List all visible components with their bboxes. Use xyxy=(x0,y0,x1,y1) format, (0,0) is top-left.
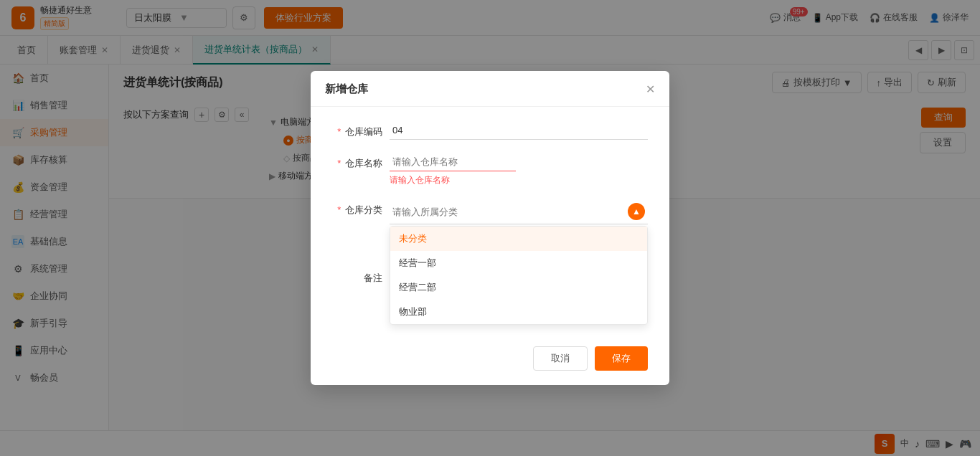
category-wrapper: ▲ 未分类 经营一部 经营二部 物业部 xyxy=(390,199,648,224)
dialog-footer: 取消 保存 xyxy=(311,338,669,385)
category-label: * 仓库分类 xyxy=(332,199,390,217)
name-input-row: * 仓库名称 xyxy=(332,153,516,171)
dialog-title: 新增仓库 xyxy=(325,82,368,96)
dropdown-item-dept2[interactable]: 经营二部 xyxy=(390,275,647,300)
remark-label: 备注 xyxy=(332,267,390,285)
name-error-row: 请输入仓库名称 xyxy=(390,171,450,186)
dialog-body: * 仓库编码 * 仓库名称 请输入仓库名称 xyxy=(311,107,669,338)
dropdown-item-dept1[interactable]: 经营一部 xyxy=(390,251,647,275)
dialog-overlay: 新增仓库 ✕ * 仓库编码 * 仓库名称 xyxy=(0,0,980,456)
warehouse-code-input[interactable] xyxy=(390,121,648,140)
category-dropdown-list: 未分类 经营一部 经营二部 物业部 xyxy=(390,226,648,325)
dialog-close-button[interactable]: ✕ xyxy=(646,84,655,95)
code-label: * 仓库编码 xyxy=(332,121,390,138)
name-error-message: 请输入仓库名称 xyxy=(390,174,450,186)
new-warehouse-dialog: 新增仓库 ✕ * 仓库编码 * 仓库名称 xyxy=(311,71,669,385)
name-label: * 仓库名称 xyxy=(332,153,390,170)
category-toggle-button[interactable]: ▲ xyxy=(628,203,645,220)
dropdown-item-unclassified[interactable]: 未分类 xyxy=(390,227,647,251)
category-input-row: ▲ xyxy=(390,199,648,224)
warehouse-name-row: * 仓库名称 请输入仓库名称 xyxy=(332,153,648,186)
warehouse-code-row: * 仓库编码 xyxy=(332,121,648,140)
category-input[interactable] xyxy=(392,206,628,217)
warehouse-name-input[interactable] xyxy=(390,153,516,171)
save-button[interactable]: 保存 xyxy=(595,346,648,371)
warehouse-category-row: * 仓库分类 ▲ 未分类 经营一部 经营二部 物业部 xyxy=(332,199,648,224)
dropdown-item-dept3[interactable]: 物业部 xyxy=(390,300,647,324)
dialog-header: 新增仓库 ✕ xyxy=(311,71,669,107)
cancel-button[interactable]: 取消 xyxy=(533,346,588,371)
